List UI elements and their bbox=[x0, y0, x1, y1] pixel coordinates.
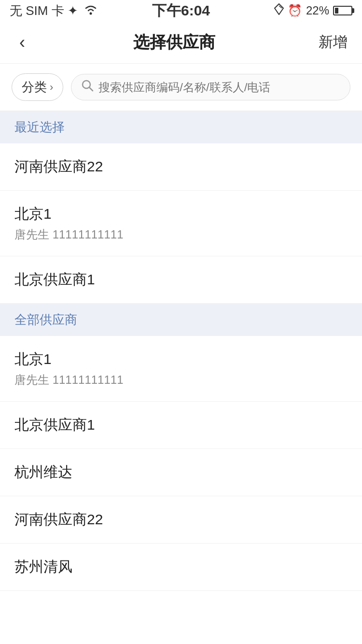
item-sub: 唐先生 11111111111 bbox=[14, 372, 348, 388]
item-name: 北京供应商1 bbox=[14, 270, 348, 290]
recent-list: 河南供应商22 北京1 唐先生 11111111111 北京供应商1 bbox=[0, 143, 362, 304]
wifi-icon bbox=[83, 3, 98, 18]
search-input[interactable] bbox=[98, 81, 340, 94]
filter-bar: 分类 › bbox=[0, 64, 362, 111]
all-section-header: 全部供应商 bbox=[0, 304, 362, 336]
item-name: 杭州维达 bbox=[14, 462, 348, 482]
item-name: 北京供应商1 bbox=[14, 415, 348, 435]
svg-point-0 bbox=[89, 12, 92, 14]
item-name: 河南供应商22 bbox=[14, 157, 348, 177]
list-item[interactable]: 苏州清风 bbox=[0, 544, 362, 591]
status-left: 无 SIM 卡 ✦ bbox=[10, 2, 98, 19]
category-filter-button[interactable]: 分类 › bbox=[12, 73, 63, 101]
item-name: 北京1 bbox=[14, 350, 348, 369]
item-name: 河南供应商22 bbox=[14, 510, 348, 530]
recent-section-label: 最近选择 bbox=[14, 120, 65, 134]
add-button[interactable]: 新增 bbox=[319, 32, 348, 52]
recent-section-header: 最近选择 bbox=[0, 111, 362, 143]
all-section-label: 全部供应商 bbox=[14, 312, 77, 327]
list-item[interactable]: 河南供应商22 bbox=[0, 143, 362, 191]
status-right: ⏰ 22% bbox=[274, 3, 352, 18]
list-item[interactable]: 北京1 唐先生 11111111111 bbox=[0, 191, 362, 256]
list-item[interactable]: 北京供应商1 bbox=[0, 256, 362, 304]
svg-line-2 bbox=[89, 87, 93, 91]
all-list: 北京1 唐先生 11111111111 北京供应商1杭州维达河南供应商22苏州清… bbox=[0, 336, 362, 591]
search-box[interactable] bbox=[71, 74, 350, 100]
list-item[interactable]: 杭州维达 bbox=[0, 449, 362, 496]
item-sub: 唐先生 11111111111 bbox=[14, 227, 348, 242]
chevron-right-icon: › bbox=[50, 81, 53, 94]
alarm-icon: ⏰ bbox=[288, 4, 302, 17]
item-name: 北京1 bbox=[14, 204, 348, 224]
back-button[interactable]: ‹ bbox=[14, 28, 30, 57]
status-time: 下午6:04 bbox=[152, 1, 210, 21]
nav-bar: ‹ 选择供应商 新增 bbox=[0, 21, 362, 64]
search-icon bbox=[81, 79, 94, 95]
category-label: 分类 bbox=[22, 79, 47, 96]
list-item[interactable]: 北京1 唐先生 11111111111 bbox=[0, 336, 362, 402]
status-bar: 无 SIM 卡 ✦ 下午6:04 ⏰ 22% bbox=[0, 0, 362, 21]
item-name: 苏州清风 bbox=[14, 557, 348, 577]
sim-label: 无 SIM 卡 ✦ bbox=[10, 2, 78, 19]
list-item[interactable]: 河南供应商22 bbox=[0, 496, 362, 544]
page-title: 选择供应商 bbox=[133, 31, 215, 54]
battery-icon bbox=[333, 6, 352, 15]
location-icon bbox=[274, 3, 284, 18]
list-item[interactable]: 北京供应商1 bbox=[0, 402, 362, 449]
battery-percent: 22% bbox=[306, 4, 329, 17]
